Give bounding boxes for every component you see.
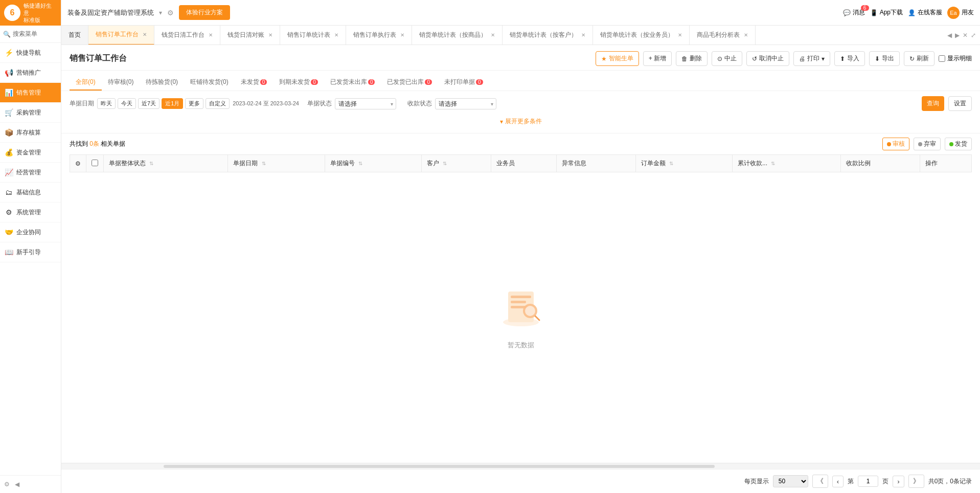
smart-gen-btn[interactable]: ★ 智能生单 bbox=[596, 51, 639, 66]
date-btn-1month[interactable]: 近1月 bbox=[162, 98, 183, 109]
ship-btn[interactable]: 发货 bbox=[945, 138, 972, 150]
query-btn[interactable]: 查询 bbox=[922, 96, 944, 111]
chevron-down-icon[interactable]: ▾ bbox=[159, 9, 162, 16]
sidebar-item-quick-nav[interactable]: ⚡ 快捷导航 bbox=[0, 43, 61, 63]
abandon-review-btn[interactable]: 弃审 bbox=[914, 138, 941, 150]
tab-close-icon[interactable]: ✕ bbox=[491, 32, 495, 38]
page-next-btn[interactable]: › bbox=[893, 476, 904, 487]
tab-sales-summary-product[interactable]: 销货单统计表（按商品） ✕ bbox=[412, 26, 503, 45]
date-btn-custom[interactable]: 自定义 bbox=[206, 98, 230, 109]
th-settings[interactable]: ⚙ bbox=[70, 155, 86, 172]
page-number-input[interactable] bbox=[858, 476, 878, 487]
tab-close-all-icon[interactable]: ✕ bbox=[963, 32, 968, 39]
tab-close-icon[interactable]: ✕ bbox=[400, 32, 404, 38]
tab-next-icon[interactable]: ▶ bbox=[955, 32, 960, 39]
sub-tab-wangpu[interactable]: 旺铺待发货(0) bbox=[184, 75, 235, 91]
sidebar-item-marketing[interactable]: 📢 营销推广 bbox=[0, 63, 61, 83]
page-size-select[interactable]: 50 100 200 bbox=[773, 475, 808, 487]
sub-tab-shipped-no-out[interactable]: 已发货未出库0 bbox=[324, 75, 381, 91]
expand-more-btn[interactable]: ▾ 展开更多条件 bbox=[70, 115, 972, 128]
print-dropdown-icon[interactable]: ▾ bbox=[822, 55, 825, 62]
th-date[interactable]: 单据日期 ⇅ bbox=[228, 155, 325, 172]
sub-tab-unprinted[interactable]: 未打印单据0 bbox=[438, 75, 489, 91]
tab-sales-order[interactable]: 销售订单工作台 ✕ bbox=[88, 26, 154, 45]
payment-select[interactable]: 请选择 bbox=[435, 98, 496, 109]
sidebar-item-operations[interactable]: 📈 经营管理 bbox=[0, 163, 61, 183]
sub-tab-pending-inspection[interactable]: 待拣验货(0) bbox=[140, 75, 184, 91]
tab-prev-icon[interactable]: ◀ bbox=[947, 32, 952, 39]
page-first-btn[interactable]: 《 bbox=[812, 475, 828, 488]
tab-cash-daily[interactable]: 钱货日清工作台 ✕ bbox=[154, 26, 220, 45]
tab-close-icon[interactable]: ✕ bbox=[744, 32, 748, 38]
sidebar-item-purchase[interactable]: 🛒 采购管理 bbox=[0, 103, 61, 123]
app-download-btn[interactable]: 📱 App下载 bbox=[870, 8, 903, 17]
page-label: 第 bbox=[848, 477, 854, 486]
tab-close-icon[interactable]: ✕ bbox=[143, 32, 147, 37]
th-amount[interactable]: 订单金额 ⇅ bbox=[635, 155, 732, 172]
stop-icon: ⊙ bbox=[717, 55, 722, 62]
cancel-stop-btn[interactable]: ↺ 取消中止 bbox=[746, 51, 789, 66]
settings-icon[interactable]: ⚙ bbox=[4, 481, 10, 488]
online-service-btn[interactable]: 👤 在线客服 bbox=[908, 8, 942, 17]
sub-tab-all[interactable]: 全部(0) bbox=[70, 75, 102, 91]
tab-product-margin[interactable]: 商品毛利分析表 ✕ bbox=[690, 26, 756, 45]
sidebar-item-system[interactable]: ⚙ 系统管理 bbox=[0, 203, 61, 222]
date-btn-more[interactable]: 更多 bbox=[185, 98, 203, 109]
settings-btn[interactable]: 设置 bbox=[948, 96, 972, 111]
user-btn[interactable]: Ea 用友 bbox=[947, 7, 974, 19]
detail-checkbox-input[interactable] bbox=[939, 55, 945, 62]
tab-maximize-icon[interactable]: ⤢ bbox=[971, 32, 976, 39]
add-btn[interactable]: + 新增 bbox=[643, 51, 672, 66]
th-staff: 业务员 bbox=[491, 155, 556, 172]
refresh-btn[interactable]: ↻ 刷新 bbox=[904, 51, 935, 66]
horizontal-scrollbar[interactable] bbox=[164, 465, 715, 468]
sidebar-item-label: 经营管理 bbox=[16, 168, 41, 177]
logo-icon: 6 bbox=[4, 5, 20, 21]
th-number[interactable]: 单据编号 ⇅ bbox=[325, 155, 421, 172]
stop-btn[interactable]: ⊙ 中止 bbox=[712, 51, 742, 66]
settings-gear-icon[interactable]: ⚙ bbox=[167, 9, 174, 17]
tab-close-icon[interactable]: ✕ bbox=[268, 32, 272, 38]
sidebar-item-basic[interactable]: 🗂 基础信息 bbox=[0, 183, 61, 203]
messages-btn[interactable]: 💬 消息 6 bbox=[843, 8, 865, 17]
date-btn-yesterday[interactable]: 昨天 bbox=[97, 98, 116, 109]
review-btn[interactable]: 审核 bbox=[882, 138, 909, 150]
show-detail-checkbox[interactable]: 显示明细 bbox=[939, 54, 972, 63]
tab-home[interactable]: 首页 bbox=[61, 26, 88, 45]
date-btn-today[interactable]: 今天 bbox=[118, 98, 136, 109]
status-select[interactable]: 请选择 bbox=[335, 98, 396, 109]
print-btn[interactable]: 🖨 打印 ▾ bbox=[793, 51, 830, 66]
tab-close-icon[interactable]: ✕ bbox=[581, 32, 585, 38]
tab-sales-stats[interactable]: 销售订单统计表 ✕ bbox=[280, 26, 346, 45]
tab-cash-reconcile[interactable]: 钱货日清对账 ✕ bbox=[220, 26, 280, 45]
sidebar-item-enterprise[interactable]: 🤝 企业协同 bbox=[0, 222, 61, 242]
search-menu[interactable]: 🔍 搜索菜单 bbox=[0, 26, 61, 43]
tab-sales-summary-staff[interactable]: 销货单统计表（按业务员） ✕ bbox=[593, 26, 690, 45]
tab-close-icon[interactable]: ✕ bbox=[678, 32, 682, 38]
export-btn[interactable]: ⬇ 导出 bbox=[869, 51, 900, 66]
sidebar-item-finance[interactable]: 💰 资金管理 bbox=[0, 143, 61, 163]
date-btn-7days[interactable]: 近7天 bbox=[138, 98, 159, 109]
tab-sales-exec[interactable]: 销售订单执行表 ✕ bbox=[346, 26, 412, 45]
page-last-btn[interactable]: 》 bbox=[908, 475, 924, 488]
sidebar-item-guide[interactable]: 📖 新手引导 bbox=[0, 242, 61, 262]
select-all-checkbox[interactable] bbox=[92, 160, 98, 166]
page-prev-btn[interactable]: ‹ bbox=[832, 476, 844, 487]
delete-btn[interactable]: 🗑 删除 bbox=[676, 51, 708, 66]
th-received[interactable]: 累计收款... ⇅ bbox=[733, 155, 841, 172]
tab-close-icon[interactable]: ✕ bbox=[209, 32, 213, 38]
page-size-label: 每页显示 bbox=[744, 477, 769, 486]
import-btn[interactable]: ⬆ 导入 bbox=[834, 51, 865, 66]
tab-sales-summary-customer[interactable]: 销货单统计表（按客户） ✕ bbox=[503, 26, 593, 45]
sub-tab-expired-unshipped[interactable]: 到期未发货0 bbox=[273, 75, 324, 91]
sub-tab-pending-review[interactable]: 待审核(0) bbox=[102, 75, 140, 91]
th-status[interactable]: 单据整体状态 ⇅ bbox=[104, 155, 228, 172]
th-customer[interactable]: 客户 ⇅ bbox=[422, 155, 491, 172]
collapse-icon[interactable]: ◀ bbox=[15, 481, 19, 488]
industry-btn[interactable]: 体验行业方案 bbox=[179, 5, 230, 20]
sub-tab-unshipped[interactable]: 未发货0 bbox=[235, 75, 274, 91]
sidebar-item-inventory[interactable]: 📦 库存核算 bbox=[0, 123, 61, 143]
sub-tab-shipped-out[interactable]: 已发货已出库0 bbox=[381, 75, 438, 91]
tab-close-icon[interactable]: ✕ bbox=[334, 32, 338, 38]
sidebar-item-sales[interactable]: 📊 销售管理 bbox=[0, 83, 61, 103]
